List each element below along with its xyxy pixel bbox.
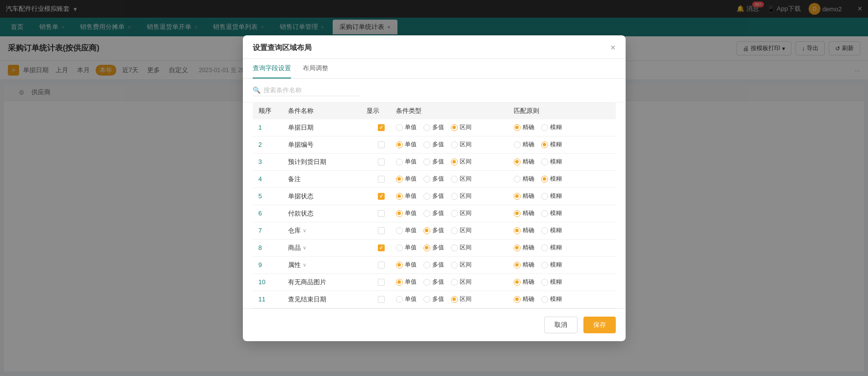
- radio-ct-单值-1[interactable]: 单值: [396, 123, 417, 132]
- search-wrap: 🔍: [253, 84, 361, 96]
- radio-label: 区间: [460, 261, 472, 269]
- radio-ct-单值-8[interactable]: 单值: [396, 243, 417, 252]
- dropdown-arrow-icon[interactable]: ∨: [303, 262, 306, 268]
- search-input[interactable]: [263, 86, 352, 94]
- checkbox-5[interactable]: [378, 193, 385, 200]
- radio-mr-精确-6[interactable]: 精确: [514, 209, 534, 217]
- radio-mr-精确-7[interactable]: 精确: [514, 226, 534, 235]
- modal-tab-query[interactable]: 查询字段设置: [253, 59, 291, 79]
- radio-mr-精确-5[interactable]: 精确: [514, 192, 534, 200]
- radio-ct-多值-11[interactable]: 多值: [423, 295, 444, 303]
- save-btn[interactable]: 保存: [583, 317, 616, 333]
- radio-ct-多值-2[interactable]: 多值: [423, 140, 444, 149]
- radio-mr-精确-10[interactable]: 精确: [514, 278, 534, 286]
- radio-ct-多值-1[interactable]: 多值: [423, 123, 444, 132]
- modal-overlay[interactable]: 设置查询区域布局 × 查询字段设置 布局调整 🔍 顺序 条件名称 显示: [0, 0, 868, 376]
- radio-circle-icon: [396, 159, 403, 165]
- radio-mr-模糊-2[interactable]: 模糊: [541, 140, 562, 149]
- radio-ct-单值-2[interactable]: 单值: [396, 140, 417, 149]
- radio-ct-区间-3[interactable]: 区间: [451, 158, 472, 166]
- radio-ct-区间-1[interactable]: 区间: [451, 123, 472, 132]
- radio-ct-区间-10[interactable]: 区间: [451, 278, 472, 286]
- row-display-10[interactable]: [367, 279, 396, 286]
- radio-ct-单值-5[interactable]: 单值: [396, 192, 417, 200]
- radio-ct-区间-2[interactable]: 区间: [451, 140, 472, 149]
- radio-mr-模糊-5[interactable]: 模糊: [541, 192, 562, 200]
- radio-ct-单值-6[interactable]: 单值: [396, 209, 417, 217]
- radio-ct-区间-8[interactable]: 区间: [451, 243, 472, 252]
- radio-ct-单值-11[interactable]: 单值: [396, 295, 417, 303]
- checkbox-8[interactable]: [378, 244, 385, 251]
- modal-close-btn[interactable]: ×: [610, 43, 616, 52]
- radio-mr-模糊-1[interactable]: 模糊: [541, 123, 562, 132]
- checkbox-3[interactable]: [378, 159, 385, 165]
- settings-modal: 设置查询区域布局 × 查询字段设置 布局调整 🔍 顺序 条件名称 显示: [243, 35, 626, 341]
- radio-ct-单值-4[interactable]: 单值: [396, 175, 417, 183]
- checkbox-9[interactable]: [378, 262, 385, 269]
- checkbox-4[interactable]: [378, 176, 385, 183]
- radio-mr-精确-2[interactable]: 精确: [514, 140, 534, 149]
- radio-mr-模糊-6[interactable]: 模糊: [541, 209, 562, 217]
- radio-ct-区间-6[interactable]: 区间: [451, 209, 472, 217]
- radio-circle-icon: [541, 279, 548, 286]
- radio-ct-区间-11[interactable]: 区间: [451, 295, 472, 303]
- checkbox-7[interactable]: [378, 227, 385, 234]
- row-display-2[interactable]: [367, 141, 396, 148]
- radio-ct-区间-9[interactable]: 区间: [451, 261, 472, 269]
- radio-ct-多值-8[interactable]: 多值: [423, 243, 444, 252]
- radio-ct-区间-7[interactable]: 区间: [451, 226, 472, 235]
- cancel-btn[interactable]: 取消: [544, 317, 578, 333]
- row-order-7: 7: [259, 227, 288, 234]
- radio-ct-区间-4[interactable]: 区间: [451, 175, 472, 183]
- radio-mr-精确-11[interactable]: 精确: [514, 295, 534, 303]
- row-display-5[interactable]: [367, 193, 396, 200]
- checkbox-1[interactable]: [378, 124, 385, 131]
- row-display-3[interactable]: [367, 159, 396, 165]
- row-name-6: 付款状态: [288, 209, 367, 218]
- row-display-8[interactable]: [367, 244, 396, 251]
- row-display-9[interactable]: [367, 262, 396, 269]
- checkbox-11[interactable]: [378, 296, 385, 303]
- radio-mr-模糊-9[interactable]: 模糊: [541, 261, 562, 269]
- radio-ct-多值-3[interactable]: 多值: [423, 158, 444, 166]
- radio-mr-精确-9[interactable]: 精确: [514, 261, 534, 269]
- radio-label: 多值: [432, 278, 444, 286]
- checkbox-10[interactable]: [378, 279, 385, 286]
- radio-ct-单值-7[interactable]: 单值: [396, 226, 417, 235]
- radio-mr-模糊-4[interactable]: 模糊: [541, 175, 562, 183]
- radio-mr-模糊-10[interactable]: 模糊: [541, 278, 562, 286]
- radio-ct-单值-3[interactable]: 单值: [396, 158, 417, 166]
- row-display-4[interactable]: [367, 176, 396, 183]
- row-display-1[interactable]: [367, 124, 396, 131]
- radio-mr-模糊-7[interactable]: 模糊: [541, 226, 562, 235]
- radio-mr-精确-1[interactable]: 精确: [514, 123, 534, 132]
- dropdown-arrow-icon[interactable]: ∨: [303, 228, 306, 233]
- radio-ct-多值-5[interactable]: 多值: [423, 192, 444, 200]
- radio-circle-icon: [423, 124, 430, 131]
- radio-mr-模糊-3[interactable]: 模糊: [541, 158, 562, 166]
- radio-mr-精确-8[interactable]: 精确: [514, 243, 534, 252]
- radio-ct-多值-4[interactable]: 多值: [423, 175, 444, 183]
- radio-mr-精确-3[interactable]: 精确: [514, 158, 534, 166]
- radio-mr-模糊-11[interactable]: 模糊: [541, 295, 562, 303]
- checkbox-6[interactable]: [378, 210, 385, 217]
- row-display-7[interactable]: [367, 227, 396, 234]
- radio-mr-模糊-8[interactable]: 模糊: [541, 243, 562, 252]
- checkbox-2[interactable]: [378, 141, 385, 148]
- radio-mr-精确-4[interactable]: 精确: [514, 175, 534, 183]
- radio-ct-多值-6[interactable]: 多值: [423, 209, 444, 217]
- modal-tab-layout[interactable]: 布局调整: [303, 59, 328, 79]
- dropdown-arrow-icon[interactable]: ∨: [303, 245, 306, 250]
- row-display-11[interactable]: [367, 296, 396, 303]
- radio-circle-icon: [451, 141, 458, 148]
- radio-circle-icon: [396, 279, 403, 286]
- th-condition-type: 条件类型: [396, 107, 514, 115]
- radio-ct-区间-5[interactable]: 区间: [451, 192, 472, 200]
- radio-ct-多值-9[interactable]: 多值: [423, 261, 444, 269]
- radio-ct-单值-9[interactable]: 单值: [396, 261, 417, 269]
- radio-ct-多值-7[interactable]: 多值: [423, 226, 444, 235]
- table-row: 10有无商品图片单值多值区间精确模糊: [253, 274, 616, 291]
- row-display-6[interactable]: [367, 210, 396, 217]
- radio-ct-单值-10[interactable]: 单值: [396, 278, 417, 286]
- radio-ct-多值-10[interactable]: 多值: [423, 278, 444, 286]
